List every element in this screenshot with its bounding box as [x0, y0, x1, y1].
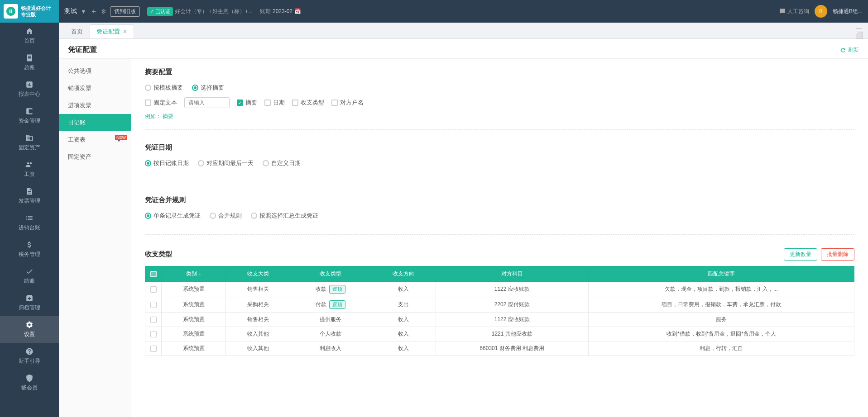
abstract-config-section: 摘要配置 按模板摘要 选择摘要 [145, 68, 854, 130]
td-major-1: 采购相关 [226, 297, 290, 313]
left-nav-fixed-assets[interactable]: 固定资产 [59, 148, 131, 166]
batch-delete-button[interactable]: 批量删除 [821, 248, 854, 261]
sidebar-item-funds[interactable]: 资金管理 [0, 103, 59, 129]
table-row: 系统预置 收入其他 个人收款 收入 1221 其他应收款 收到*借款，收到*备用… [145, 327, 854, 341]
radio-custom-date[interactable]: 自定义日期 [263, 159, 301, 167]
td-category-1: 系统预置 [162, 297, 226, 313]
sidebar-item-home[interactable]: 首页 [0, 23, 59, 49]
left-nav-payroll[interactable]: 工资表 NEW ▼ [59, 131, 131, 148]
update-qty-button[interactable]: 更新数量 [784, 248, 817, 261]
sidebar-item-assets[interactable]: 固定资产 [0, 129, 59, 156]
radio-template-abstract[interactable]: 按模板摘要 [145, 84, 183, 92]
td-checkbox-0[interactable] [145, 282, 162, 297]
left-nav-purchase-invoice[interactable]: 进项发票 [59, 97, 131, 114]
merge-rules-section: 凭证合并规则 单条记录生成凭证 合并规则 [145, 196, 854, 235]
td-subject-0: 1122 应收账款 [436, 282, 588, 297]
sidebar-item-salary[interactable]: 工资 [0, 156, 59, 183]
sidebar-item-purchase[interactable]: 进销台账 [0, 209, 59, 236]
checkbox-date-box [264, 100, 271, 106]
badge-certified: ✓ 已认证 [147, 7, 173, 16]
td-checkbox-1[interactable] [145, 297, 162, 313]
checkbox-counterpart-box [331, 100, 338, 106]
td-category-3: 系统预置 [162, 327, 226, 341]
sidebar-item-tax[interactable]: 税务管理 [0, 236, 59, 263]
radio-single-record[interactable]: 单条记录生成凭证 [145, 212, 201, 220]
checkbox-date[interactable]: 日期 [264, 99, 285, 107]
sidebar-item-guide[interactable]: 新手引导 [0, 343, 59, 370]
th-keywords: 匹配关键字 [588, 266, 854, 282]
main-area: 测试 ▼ ＋ ⚙ 切到旧版 ✓ 已认证 好会计（专） +好生意（标）+... 账… [59, 0, 868, 417]
sidebar-item-archive[interactable]: 归档管理 [0, 289, 59, 316]
left-nav-public[interactable]: 公共选项 [59, 62, 131, 80]
window-controls: — ⬜ [855, 24, 863, 38]
th-direction: 收支方向 [371, 266, 436, 282]
radio-summary-generate[interactable]: 按照选择汇总生成凭证 [251, 212, 318, 220]
sidebar-item-reports[interactable]: 报表中心 [0, 76, 59, 103]
td-direction-1: 支出 [371, 297, 436, 313]
tab-close-icon[interactable]: ✕ [123, 28, 127, 35]
user-avatar: B [815, 5, 827, 18]
content-area: 凭证配置 刷新 公共选项 销项发票 进项发票 [59, 39, 868, 417]
radio-journal-circle [145, 160, 151, 166]
topbar-gear-icon[interactable]: ⚙ [101, 8, 106, 15]
left-nav-sales-invoice[interactable]: 销项发票 [59, 80, 131, 97]
checkbox-abstract[interactable]: ✓ 摘要 [237, 99, 257, 107]
tag-top-0[interactable]: 置顶 [329, 285, 345, 294]
checkbox-fixed-text[interactable]: 固定文本 [145, 99, 177, 107]
td-type-4: 利息收入 [290, 341, 371, 356]
topbar-dropdown-icon[interactable]: ▼ [81, 8, 86, 15]
topbar-add-icon[interactable]: ＋ [90, 7, 97, 16]
td-category-2: 系统预置 [162, 313, 226, 327]
table-row: 系统预置 销售相关 收款 置顶 收入 112 [145, 282, 854, 297]
sidebar-item-settings[interactable]: 设置 [0, 316, 59, 343]
td-type-0: 收款 置顶 [290, 282, 371, 297]
td-type-3: 个人收款 [290, 327, 371, 341]
fixed-text-input[interactable] [184, 97, 230, 108]
table-row: 系统预置 销售相关 提供服务 收入 1122 应收账款 服务 [145, 313, 854, 327]
tab-voucher-config[interactable]: 凭证配置 ✕ [90, 24, 134, 38]
td-keywords-0: 欠款，现金，项目款，到款，报销款，汇入，... [588, 282, 854, 297]
td-checkbox-3[interactable] [145, 327, 162, 341]
sidebar: 畅捷通好会计 专业版 首页 总账 报表中心 资金管理 固定资产 工资 [0, 0, 59, 417]
td-major-4: 收入其他 [226, 341, 290, 356]
td-category-0: 系统预置 [162, 282, 226, 297]
merge-rules-radio-group: 单条记录生成凭证 合并规则 按照选择汇总生成凭证 [145, 212, 854, 220]
td-major-3: 收入其他 [226, 327, 290, 341]
topbar: 测试 ▼ ＋ ⚙ 切到旧版 ✓ 已认证 好会计（专） +好生意（标）+... 账… [59, 0, 868, 23]
tag-top-1[interactable]: 置顶 [329, 300, 345, 309]
radio-journal-date[interactable]: 按日记账日期 [145, 159, 189, 167]
topbar-badges: ✓ 已认证 好会计（专） +好生意（标）+... [147, 7, 253, 16]
td-direction-3: 收入 [371, 327, 436, 341]
radio-select-abstract[interactable]: 选择摘要 [192, 84, 224, 92]
minimize-icon[interactable]: — [855, 24, 863, 31]
th-checkbox[interactable] [145, 266, 162, 282]
tab-home[interactable]: 首页 [64, 24, 90, 38]
sidebar-item-settle[interactable]: 结账 [0, 263, 59, 289]
radio-period-last-day[interactable]: 对应期间最后一天 [198, 159, 254, 167]
sidebar-item-ledger[interactable]: 总账 [0, 49, 59, 76]
checkbox-income-box [292, 100, 298, 106]
td-direction-4: 收入 [371, 341, 436, 356]
switch-version-button[interactable]: 切到旧版 [110, 6, 140, 17]
td-category-4: 系统预置 [162, 341, 226, 356]
td-checkbox-4[interactable] [145, 341, 162, 356]
td-checkbox-2[interactable] [145, 313, 162, 327]
checkbox-counterpart-name[interactable]: 对方户名 [331, 99, 364, 107]
income-expense-title: 收支类型 [145, 250, 172, 259]
topbar-title: 测试 [64, 7, 77, 15]
radio-merge-circle [210, 213, 216, 219]
table-row: 系统预置 采购相关 付款 置顶 支出 220 [145, 297, 854, 313]
left-nav-journal[interactable]: 日记账 [59, 114, 131, 131]
checkbox-income-type[interactable]: 收支类型 [292, 99, 324, 107]
refresh-button[interactable]: 刷新 [840, 46, 859, 54]
table-row: 系统预置 收入其他 利息收入 收入 660301 财务费用 利息费用 利息，行转… [145, 341, 854, 356]
td-keywords-4: 利息，行转，汇自 [588, 341, 854, 356]
maximize-icon[interactable]: ⬜ [855, 31, 863, 38]
consult-link[interactable]: 人工咨询 [779, 8, 809, 15]
sidebar-item-member[interactable]: 畅会员 [0, 370, 59, 396]
sidebar-item-invoice-mgmt[interactable]: 发票管理 [0, 183, 59, 209]
badge-good-biz: +好生意（标）+... [209, 8, 253, 15]
app-logo: 畅捷通好会计 专业版 [0, 0, 59, 23]
radio-single-circle [145, 213, 151, 219]
radio-merge-rule[interactable]: 合并规则 [210, 212, 242, 220]
